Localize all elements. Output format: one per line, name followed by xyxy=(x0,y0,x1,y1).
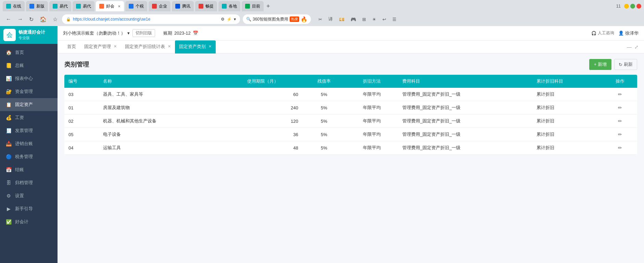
sidebar-label-guide: 新手引导 xyxy=(15,206,33,212)
cell-method-1: 年限平均 xyxy=(346,101,398,115)
cell-months-0: 60 xyxy=(223,88,302,101)
browser-tab-5[interactable]: 个税 xyxy=(125,1,147,11)
sidebar-item-invoice[interactable]: 🧾 发票管理 xyxy=(0,124,58,137)
address-bar: ← → ↻ 🏠 ☆ 🔒 https://cloud.chanjet.com/ac… xyxy=(0,12,644,26)
tab-close-4[interactable]: ✕ xyxy=(118,4,121,8)
tab-maximize-button[interactable]: ⤢ xyxy=(634,44,639,50)
maximize-button[interactable] xyxy=(630,4,635,9)
sidebar-item-app[interactable]: ✅ 好会计 xyxy=(0,215,58,228)
tab-home[interactable]: 首页 xyxy=(63,40,80,53)
cell-id-4: 04 xyxy=(64,141,99,155)
closing-icon: 📅 xyxy=(5,167,12,173)
sidebar-item-ledger[interactable]: 📒 总账 xyxy=(0,59,58,72)
browser-tab-2[interactable]: 易代 xyxy=(49,1,71,11)
cell-residual-0: 5% xyxy=(302,88,346,101)
game-button[interactable]: 🎮 xyxy=(349,16,358,23)
close-window-button[interactable] xyxy=(636,4,641,9)
browser-tab-7[interactable]: 腾讯 xyxy=(172,1,194,11)
browser-tab-4[interactable]: 好会 ✕ xyxy=(96,1,124,11)
tab-label-4: 好会 xyxy=(106,3,114,9)
sidebar-label-payroll: 工资 xyxy=(15,115,24,121)
browser-tab-10[interactable]: 目前 xyxy=(242,1,264,11)
browser-tab-0[interactable]: 在线 xyxy=(3,1,25,11)
cell-action-0: ✏ xyxy=(603,88,637,101)
sidebar-logo: 会 畅捷通好会计 专业版 xyxy=(0,26,58,44)
edit-button-2[interactable]: ✏ xyxy=(618,118,622,124)
tab-fixed-assets-category[interactable]: 固定资产类别 ✕ xyxy=(175,40,216,53)
undo-button[interactable]: ↩ xyxy=(380,16,388,23)
tab-minimize-button[interactable]: — xyxy=(627,44,632,50)
sidebar-item-fixed-assets[interactable]: 📋 固定资产 xyxy=(0,98,58,111)
minimize-button[interactable] xyxy=(624,4,629,9)
forward-button[interactable]: → xyxy=(16,15,25,23)
tab-fixed-assets-mgmt[interactable]: 固定资产管理 ✕ xyxy=(80,40,121,53)
new-tab-button[interactable]: + xyxy=(265,3,272,10)
user-button[interactable]: 👤 徐泽华 xyxy=(618,30,639,36)
browser-tab-1[interactable]: 新版 xyxy=(26,1,48,11)
sidebar-item-payroll[interactable]: 💰 工资 xyxy=(0,111,58,124)
page-body: 类别管理 + 新增 ↻ 刷新 编号 名称 使用期限（月） 残值率 xyxy=(58,53,644,263)
cell-name-4: 运输工具 xyxy=(99,141,223,155)
edit-button-4[interactable]: ✏ xyxy=(618,145,622,151)
brightness-button[interactable]: ☀ xyxy=(370,16,378,23)
service-button[interactable]: 🎧 人工咨询 xyxy=(591,30,614,36)
sidebar-item-inventory[interactable]: 📥 进销台账 xyxy=(0,137,58,150)
tab-depreciation-report-close[interactable]: ✕ xyxy=(168,44,171,49)
sidebar-item-settings[interactable]: ⚙ 设置 xyxy=(0,189,58,202)
cell-id-3: 05 xyxy=(64,128,99,141)
translate-button[interactable]: 译 xyxy=(326,15,335,23)
sidebar-item-guide[interactable]: ▶ 新手引导 xyxy=(0,202,58,215)
col-header-method: 折旧方法 xyxy=(346,75,398,88)
tab-label-1: 新版 xyxy=(36,3,45,9)
tab-depreciation-report[interactable]: 固定资产折旧统计表 ✕ xyxy=(121,40,175,53)
sidebar-item-funds[interactable]: 🔐 资金管理 xyxy=(0,85,58,98)
home-button[interactable]: 🏠 xyxy=(38,15,48,23)
tab-favicon-8 xyxy=(199,4,203,9)
logo-text-area: 畅捷通好会计 专业版 xyxy=(18,29,45,40)
sidebar-item-home[interactable]: 🏠 首页 xyxy=(0,46,58,59)
browser-tab-9[interactable]: 各地 xyxy=(218,1,240,11)
refresh-button[interactable]: ↻ 刷新 xyxy=(614,59,637,70)
tabs-window-actions: — ⤢ xyxy=(627,44,639,50)
browser-tab-6[interactable]: 企业 xyxy=(149,1,171,11)
edit-button-3[interactable]: ✏ xyxy=(618,132,622,137)
sidebar-item-reports[interactable]: 📊 报表中心 xyxy=(0,72,58,85)
grid-button[interactable]: ⊞ xyxy=(360,16,368,23)
wallet-button[interactable]: 💴 xyxy=(337,16,346,23)
menu-button[interactable]: ☰ xyxy=(390,16,399,23)
cell-name-1: 房屋及建筑物 xyxy=(99,101,223,115)
cell-name-3: 电子设备 xyxy=(99,128,223,141)
sidebar-item-closing[interactable]: 📅 结账 xyxy=(0,163,58,176)
edit-button-0[interactable]: ✏ xyxy=(618,92,622,97)
reload-button[interactable]: ↻ xyxy=(27,15,35,23)
cell-residual-3: 5% xyxy=(302,128,346,141)
tab-favicon-5 xyxy=(129,4,134,9)
cell-accum-2: 累计折旧 xyxy=(532,115,603,128)
refresh-label: 刷新 xyxy=(624,61,633,68)
cell-expense-2: 管理费用_固定资产折旧_一级 xyxy=(398,115,532,128)
fixed-assets-icon: 📋 xyxy=(5,101,12,108)
address-input[interactable]: 🔒 https://cloud.chanjet.com/accounting/u… xyxy=(62,14,240,24)
calendar-icon[interactable]: 📅 xyxy=(193,31,198,36)
browser-tab-3[interactable]: 易代 xyxy=(73,1,94,11)
sidebar-item-archive[interactable]: 🗄 归档管理 xyxy=(0,176,58,189)
browser-tab-8[interactable]: 畅提 xyxy=(195,1,217,11)
cell-months-4: 48 xyxy=(223,141,302,155)
top-bar: 刘小艳演示账套（勿删勿动！） ▾ 切到旧版 账期 2023-12 📅 🎧 人工咨… xyxy=(58,26,644,40)
sidebar-item-tax[interactable]: 🔵 税务管理 xyxy=(0,150,58,163)
search-box[interactable]: 🔍 360智能抠图免费用 热搜 🔥 xyxy=(243,14,311,24)
switch-version-button[interactable]: 切到旧版 xyxy=(132,29,155,37)
tab-fixed-assets-mgmt-close[interactable]: ✕ xyxy=(114,44,117,49)
app-icon: ✅ xyxy=(5,219,12,225)
url-display: https://cloud.chanjet.com/accounting/uw1… xyxy=(73,17,150,22)
dropdown-icon[interactable]: ▾ xyxy=(127,31,130,36)
cell-residual-1: 5% xyxy=(302,101,346,115)
add-category-button[interactable]: + 新增 xyxy=(589,59,611,70)
back-button[interactable]: ← xyxy=(4,15,13,23)
tab-fixed-assets-category-close[interactable]: ✕ xyxy=(209,44,212,49)
table-row: 01 房屋及建筑物 240 5% 年限平均 管理费用_固定资产折旧_一级 累计折… xyxy=(64,101,637,115)
bookmark-button[interactable]: ☆ xyxy=(51,15,59,23)
edit-button-1[interactable]: ✏ xyxy=(618,105,622,110)
tab-label-7: 腾讯 xyxy=(182,3,190,9)
scissors-button[interactable]: ✂ xyxy=(316,16,324,23)
